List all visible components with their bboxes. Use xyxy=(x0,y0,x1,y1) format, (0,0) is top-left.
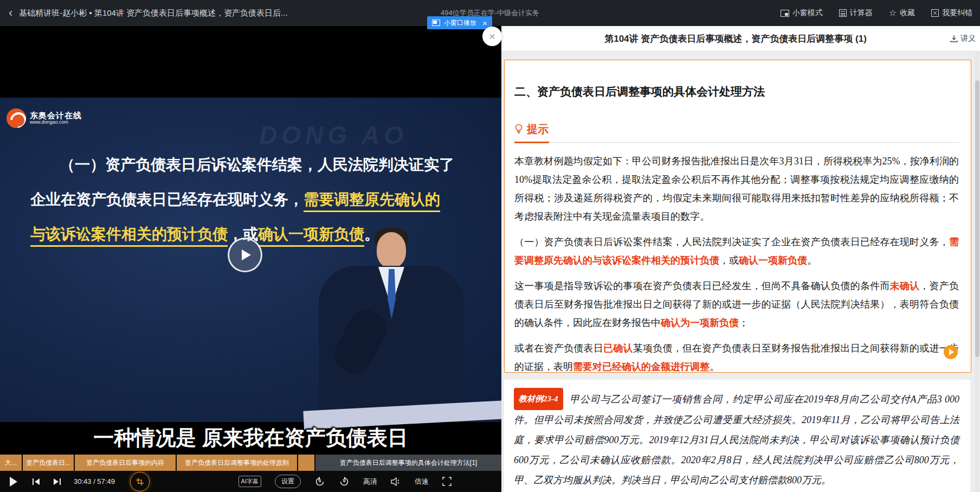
text-run: 这一事项是指导致诉讼的事项在资产负债表日已经发生，但尚不具备确认负债的条件而 xyxy=(514,280,890,291)
text-run: 已确认 xyxy=(603,343,633,354)
handout-download-button[interactable]: 讲义 xyxy=(943,34,980,43)
floating-close-button[interactable]: × xyxy=(482,27,502,46)
instructor-figure xyxy=(309,228,477,422)
pip-mode-button[interactable]: 小窗模式 xyxy=(781,8,823,18)
chapter-segment[interactable] xyxy=(298,455,314,471)
video-learning-app: ‹ 基础精讲班-赵小彬 • 第104讲 资产负债表日后事项概述，资产负债表日后.… xyxy=(0,0,980,492)
chapter-segment[interactable]: 大... xyxy=(0,455,22,471)
pip-playback-tooltip[interactable]: 小窗口播放 × xyxy=(427,16,492,29)
example-badge: 教材例23-4 xyxy=(514,388,563,410)
paragraph: （一）资产负债表日后诉讼案件结案，人民法院判决证实了企业在资产负债表日已经存在现… xyxy=(514,233,959,270)
text-run: 。 xyxy=(807,255,817,266)
forward-5-button[interactable]: 5 xyxy=(339,476,350,487)
text-run: 确认一项新负债 xyxy=(739,255,807,266)
arrow-right-icon xyxy=(949,349,954,355)
report-error-button[interactable]: 我要纠错 xyxy=(931,8,972,18)
top-bar-actions: 小窗模式 计算器 ☆ 收藏 我要纠错 xyxy=(781,0,972,26)
tip-header: 提示 xyxy=(514,122,959,143)
text-run: ，或 xyxy=(719,255,739,266)
text-run: 或者在资产负债表日 xyxy=(514,343,603,354)
download-icon xyxy=(950,35,958,43)
notes-card: 二、资产负债表日后调整事项的具体会计处理方法 提示 本章教材例题均假定如下：甲公… xyxy=(504,60,971,373)
section-heading: 二、资产负债表日后调整事项的具体会计处理方法 xyxy=(514,84,959,99)
chapter-segment[interactable]: 资产负债表日后调整事项的处理原则 xyxy=(177,455,297,471)
previous-icon xyxy=(31,477,41,486)
volume-icon xyxy=(391,477,401,486)
star-icon: ☆ xyxy=(889,9,897,17)
text-run: 本章教材例题均假定如下：甲公司财务报告批准报出日是次年3月31日，所得税税率为2… xyxy=(514,156,959,222)
expand-more-button[interactable] xyxy=(944,345,958,359)
clip-crop-icon xyxy=(136,477,144,486)
settings-button[interactable]: 设置 xyxy=(275,475,301,488)
textbook-example-card: 教材例23-4甲公司与乙公司签订一项销售合同，约定甲公司应在2019年8月向乙公… xyxy=(504,380,970,492)
panel-header: 第104讲 资产负债表日后事项概述，资产负债表日后调整事项 (1) 讲义 xyxy=(501,26,980,52)
ai-caption-button[interactable]: AI字幕 xyxy=(238,476,261,487)
next-button[interactable] xyxy=(53,477,62,486)
chapter-segment[interactable]: 资产负债表日后事项的内容 xyxy=(75,455,176,471)
play-triangle-icon xyxy=(242,250,251,260)
lecture-breadcrumb[interactable]: ‹ 基础精讲班-赵小彬 • 第104讲 资产负债表日后事项概述，资产负债表日后.… xyxy=(9,0,288,26)
text-run: 需要调整原先确认的 xyxy=(304,191,440,212)
calculator-button[interactable]: 计算器 xyxy=(839,8,873,18)
brand-logo: 东奥会计在线 www.dongao.com xyxy=(7,108,82,128)
text-run: 未确认 xyxy=(890,280,920,291)
brand-name: 东奥会计在线 xyxy=(30,111,82,120)
bulb-icon xyxy=(514,124,523,135)
pip-tooltip-label: 小窗口播放 xyxy=(444,18,476,28)
calculator-icon xyxy=(839,9,847,17)
watermark-text: DONG AO xyxy=(259,120,408,150)
paragraph: 或者在资产负债表日已确认某项负债，但在资产负债表日至财务报告批准报出日之间获得新… xyxy=(514,339,959,376)
panel-title: 第104讲 资产负债表日后事项概述，资产负债表日后调整事项 (1) xyxy=(501,33,943,45)
text-run: （一）资产负债表日后诉讼案件结案，人民法院判决证实了企业在资产负债表日已经存在现… xyxy=(514,237,949,247)
fullscreen-icon xyxy=(442,477,452,486)
previous-button[interactable] xyxy=(31,477,41,486)
text-run: （一）资产负债表日后诉讼案件结案，人民法院判决证实了 xyxy=(60,156,454,173)
slide-line-2: 企业在资产负债表日已经存在现时义务，需要调整原先确认的 xyxy=(30,182,464,217)
speed-button[interactable]: 倍速 xyxy=(415,477,429,487)
lecture-title: 基础精讲班-赵小彬 • 第104讲 资产负债表日后事项概述，资产负债表日后... xyxy=(19,8,287,18)
time-display: 30:43 / 57:49 xyxy=(74,477,115,485)
controls-right: AI字幕 设置 5 5 高清 倍速 xyxy=(238,475,501,488)
clip-button[interactable] xyxy=(130,472,150,491)
text-run: 企业在资产负债表日已经存在现时义务， xyxy=(30,191,304,208)
favorite-button[interactable]: ☆ 收藏 xyxy=(889,8,915,18)
scrollbar-thumb[interactable] xyxy=(975,80,979,357)
paragraph: 这一事项是指导致诉讼的事项在资产负债表日已经发生，但尚不具备确认负债的条件而未确… xyxy=(514,277,959,332)
chapter-segment-active[interactable]: 资产负债表日后调整事项的具体会计处理方法[1] xyxy=(315,455,501,471)
text-run: 。 xyxy=(710,361,719,372)
player-controls: 30:43 / 57:49 AI字幕 设置 5 5 高清 倍速 xyxy=(0,471,501,492)
paragraph: 本章教材例题均假定如下：甲公司财务报告批准报出日是次年3月31日，所得税税率为2… xyxy=(514,152,959,226)
video-subtitle: 一种情况是 原来我在资产负债表日 xyxy=(0,424,501,452)
fullscreen-button[interactable] xyxy=(442,477,452,486)
tooltip-close-icon[interactable]: × xyxy=(482,18,487,28)
text-run: 与该诉讼案件相关的预计负债 xyxy=(30,226,228,247)
chapter-strip: 大... 资产负债表日... 资产负债表日后事项的内容 资产负债表日后调整事项的… xyxy=(0,455,501,471)
back-chevron-icon[interactable]: ‹ xyxy=(9,7,12,19)
video-player[interactable]: 东奥会计在线 www.dongao.com DONG AO （一）资产负债表日后… xyxy=(0,26,501,455)
play-overlay-button[interactable] xyxy=(228,238,262,272)
text-run: ； xyxy=(739,317,749,328)
slide-line-1: （一）资产负债表日后诉讼案件结案，人民法院判决证实了 xyxy=(30,148,464,182)
example-paragraph: 教材例23-4甲公司与乙公司签订一项销售合同，约定甲公司应在2019年8月向乙公… xyxy=(514,388,959,490)
dongao-logo-icon xyxy=(7,108,26,128)
next-icon xyxy=(53,477,62,486)
chapter-segment[interactable]: 资产负债表日... xyxy=(23,455,74,471)
pip-icon xyxy=(781,10,789,17)
play-button[interactable] xyxy=(8,477,20,487)
volume-button[interactable] xyxy=(391,477,401,486)
pip-window-icon xyxy=(432,20,440,26)
quality-button[interactable]: 高清 xyxy=(363,477,377,487)
text-run: 需要对已经确认的金额进行调整 xyxy=(573,361,710,372)
lecture-notes-panel: 第104讲 资产负债表日后事项概述，资产负债表日后调整事项 (1) 讲义 二、资… xyxy=(501,26,980,492)
video-frame: 东奥会计在线 www.dongao.com DONG AO （一）资产负债表日后… xyxy=(0,98,501,422)
error-box-icon xyxy=(931,9,939,17)
text-run: 确认为一项新负债 xyxy=(661,317,739,328)
rewind-5-button[interactable]: 5 xyxy=(314,476,325,487)
tip-label: 提示 xyxy=(527,122,549,137)
brand-url: www.dongao.com xyxy=(30,120,82,125)
note-paragraphs: 本章教材例题均假定如下：甲公司财务报告批准报出日是次年3月31日，所得税税率为2… xyxy=(514,152,959,376)
play-icon xyxy=(10,477,17,487)
panel-scrollbar[interactable] xyxy=(975,51,979,492)
